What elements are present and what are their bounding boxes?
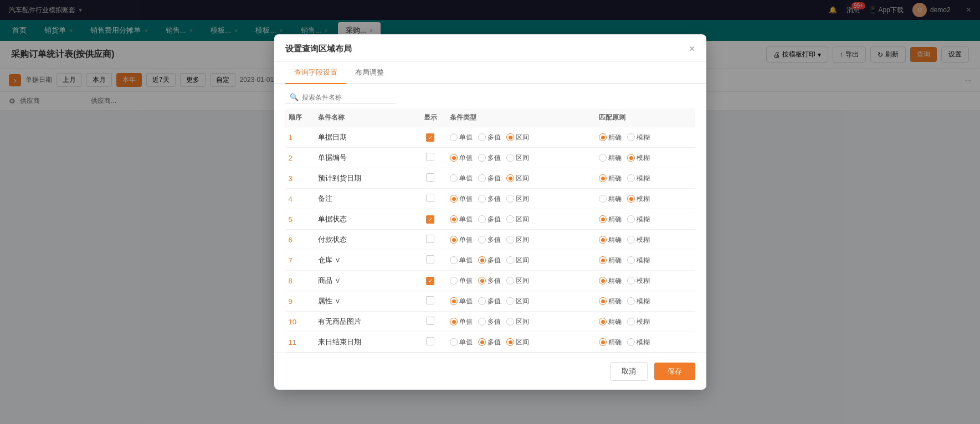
type-option[interactable]: 单值 <box>450 297 473 306</box>
table-row: 6付款状态单值多值区间精确模糊 <box>285 230 695 250</box>
rule-option[interactable]: 模糊 <box>627 215 650 224</box>
dialog-tab-layout[interactable]: 布局调整 <box>346 62 393 84</box>
type-option[interactable]: 多值 <box>478 276 501 286</box>
conditions-table: 顺序 条件名称 显示 条件类型 匹配原则 1单据日期✓单值多值区间精确模糊2单据… <box>274 108 706 353</box>
rule-option[interactable]: 模糊 <box>627 256 650 265</box>
rule-option[interactable]: 模糊 <box>627 317 650 327</box>
col-display: 显示 <box>414 108 447 127</box>
rule-option[interactable]: 精确 <box>599 317 622 327</box>
type-option[interactable]: 区间 <box>506 215 529 224</box>
row-type: 单值多值区间 <box>447 230 596 250</box>
type-option[interactable]: 多值 <box>478 256 501 265</box>
type-option[interactable]: 单值 <box>450 317 473 327</box>
radio-circle <box>478 154 486 162</box>
type-option[interactable]: 单值 <box>450 215 473 224</box>
radio-circle <box>627 318 635 325</box>
type-option[interactable]: 多值 <box>478 338 501 347</box>
search-box: 🔍 <box>285 91 396 104</box>
type-option[interactable]: 区间 <box>506 276 529 286</box>
rule-option[interactable]: 精确 <box>599 194 622 204</box>
dialog-tab-fields[interactable]: 查询字段设置 <box>285 62 346 84</box>
settings-dialog: 设置查询区域布局 × 查询字段设置 布局调整 🔍 <box>274 34 706 390</box>
type-option[interactable]: 区间 <box>506 297 529 306</box>
rule-option[interactable]: 精确 <box>599 235 622 245</box>
row-display-checkbox[interactable] <box>414 291 447 312</box>
type-option[interactable]: 多值 <box>478 133 501 142</box>
type-option[interactable]: 区间 <box>506 153 529 163</box>
checkbox[interactable] <box>426 194 434 202</box>
type-option[interactable]: 多值 <box>478 194 501 204</box>
type-option[interactable]: 区间 <box>506 338 529 347</box>
type-option[interactable]: 单值 <box>450 174 473 183</box>
row-display-checkbox[interactable] <box>414 250 447 271</box>
type-option[interactable]: 单值 <box>450 194 473 204</box>
checkbox[interactable] <box>426 337 434 345</box>
rule-option[interactable]: 精确 <box>599 133 622 142</box>
search-input[interactable] <box>302 94 385 101</box>
radio-circle <box>627 277 635 285</box>
rule-option[interactable]: 精确 <box>599 256 622 265</box>
type-option[interactable]: 多值 <box>478 317 501 327</box>
rule-option[interactable]: 模糊 <box>627 133 650 142</box>
rule-option[interactable]: 模糊 <box>627 153 650 163</box>
checkbox[interactable] <box>426 235 434 243</box>
rule-option[interactable]: 精确 <box>599 153 622 163</box>
rule-option[interactable]: 精确 <box>599 338 622 347</box>
checkbox[interactable] <box>426 255 434 263</box>
row-name: 单据编号 <box>315 148 414 168</box>
cancel-button[interactable]: 取消 <box>610 362 648 381</box>
row-display-checkbox[interactable]: ✓ <box>414 209 447 230</box>
type-option[interactable]: 单值 <box>450 276 473 286</box>
type-option[interactable]: 单值 <box>450 235 473 245</box>
row-display-checkbox[interactable]: ✓ <box>414 127 447 148</box>
rule-option[interactable]: 精确 <box>599 215 622 224</box>
radio-circle <box>478 174 486 182</box>
type-option[interactable]: 多值 <box>478 174 501 183</box>
row-display-checkbox[interactable] <box>414 189 447 209</box>
rule-option[interactable]: 模糊 <box>627 297 650 306</box>
rule-option[interactable]: 精确 <box>599 276 622 286</box>
checkbox[interactable] <box>426 317 434 325</box>
row-display-checkbox[interactable] <box>414 332 447 353</box>
checkbox[interactable] <box>426 153 434 161</box>
rule-option[interactable]: 精确 <box>599 174 622 183</box>
type-option[interactable]: 区间 <box>506 256 529 265</box>
type-option[interactable]: 区间 <box>506 133 529 142</box>
row-rule: 精确模糊 <box>596 148 695 168</box>
radio-circle <box>599 174 607 182</box>
type-option[interactable]: 多值 <box>478 153 501 163</box>
rule-option[interactable]: 模糊 <box>627 338 650 347</box>
checkbox[interactable]: ✓ <box>426 277 434 285</box>
type-option[interactable]: 区间 <box>506 194 529 204</box>
row-rule: 精确模糊 <box>596 271 695 291</box>
rule-option[interactable]: 模糊 <box>627 235 650 245</box>
row-display-checkbox[interactable] <box>414 148 447 168</box>
type-option[interactable]: 区间 <box>506 235 529 245</box>
rule-option[interactable]: 精确 <box>599 297 622 306</box>
type-option[interactable]: 区间 <box>506 174 529 183</box>
type-option[interactable]: 单值 <box>450 133 473 142</box>
table-row: 3预计到货日期单值多值区间精确模糊 <box>285 168 695 189</box>
type-option[interactable]: 多值 <box>478 215 501 224</box>
type-option[interactable]: 单值 <box>450 256 473 265</box>
checkbox[interactable] <box>426 296 434 304</box>
row-order: 3 <box>285 168 315 189</box>
type-option[interactable]: 单值 <box>450 153 473 163</box>
rule-option[interactable]: 模糊 <box>627 194 650 204</box>
checkbox[interactable]: ✓ <box>426 133 434 142</box>
dialog-close-button[interactable]: × <box>689 43 695 55</box>
type-option[interactable]: 单值 <box>450 338 473 347</box>
row-display-checkbox[interactable] <box>414 168 447 189</box>
row-display-checkbox[interactable] <box>414 230 447 250</box>
row-display-checkbox[interactable]: ✓ <box>414 271 447 291</box>
rule-option[interactable]: 模糊 <box>627 276 650 286</box>
save-button[interactable]: 保存 <box>654 363 695 380</box>
checkbox[interactable] <box>426 173 434 182</box>
rule-option[interactable]: 模糊 <box>627 174 650 183</box>
type-option[interactable]: 多值 <box>478 235 501 245</box>
row-rule: 精确模糊 <box>596 209 695 230</box>
type-option[interactable]: 多值 <box>478 297 501 306</box>
type-option[interactable]: 区间 <box>506 317 529 327</box>
row-display-checkbox[interactable] <box>414 312 447 332</box>
checkbox[interactable]: ✓ <box>426 215 434 224</box>
